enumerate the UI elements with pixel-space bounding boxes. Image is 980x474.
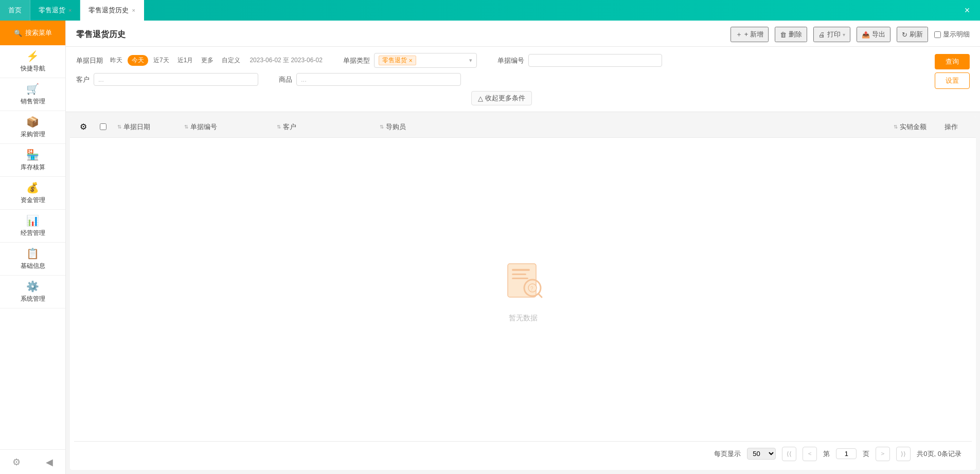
customer-input[interactable] xyxy=(94,73,258,86)
customer-label: 客户 xyxy=(76,75,90,84)
quick-nav-icon: ⚡ xyxy=(26,50,39,62)
filter-row-2: 客户 商品 xyxy=(76,73,926,86)
page-size-select[interactable]: 10 20 50 100 xyxy=(747,448,776,460)
sidebar-item-quick-nav[interactable]: ⚡ 快捷导航 xyxy=(0,45,65,78)
sidebar-item-inventory[interactable]: 🏪 库存核算 xyxy=(0,144,65,177)
th-settings-icon[interactable]: ⚙ xyxy=(74,122,93,132)
query-button[interactable]: 查询 xyxy=(935,54,970,69)
date-option-more[interactable]: 更多 xyxy=(198,55,217,66)
export-label: 导出 xyxy=(872,30,885,39)
tab-home[interactable]: 首页 xyxy=(0,0,30,21)
date-option-1month[interactable]: 近1月 xyxy=(174,55,197,66)
bill-type-tag: 零售退货 × xyxy=(379,56,416,65)
system-icon: ⚙️ xyxy=(26,280,39,293)
filter-settings-button[interactable]: 设置 xyxy=(935,72,970,89)
table-header: ⚙ ⇅ 单据日期 ⇅ 单据编号 ⇅ 客户 ⇅ 导购员 xyxy=(70,116,976,138)
th-guide-sort-icon: ⇅ xyxy=(380,124,384,130)
date-option-today[interactable]: 今天 xyxy=(128,55,148,66)
date-option-7days[interactable]: 近7天 xyxy=(150,55,172,66)
sales-icon: 🛒 xyxy=(26,83,39,95)
th-customer[interactable]: ⇅ 客户 xyxy=(273,122,376,132)
sidebar-nav: ⚡ 快捷导航 🛒 销售管理 📦 采购管理 🏪 库存核算 💰 资金管理 📊 xyxy=(0,45,65,449)
date-option-yesterday[interactable]: 昨天 xyxy=(107,55,126,66)
sidebar: 🔍 搜索菜单 ⚡ 快捷导航 🛒 销售管理 📦 采购管理 🏪 库存核算 💰 xyxy=(0,21,66,474)
filter-bill-no-item: 单据编号 xyxy=(497,54,662,67)
delete-button[interactable]: 🗑 删除 xyxy=(775,27,807,42)
bill-type-dropdown-icon: ▾ xyxy=(469,57,472,64)
th-amount[interactable]: ⇅ 实销金额 xyxy=(453,122,931,132)
next-page-button[interactable]: ＞ xyxy=(876,447,890,461)
th-guide[interactable]: ⇅ 导购员 xyxy=(376,122,453,132)
settings-gear-icon[interactable]: ⚙ xyxy=(12,457,21,468)
th-date[interactable]: ⇅ 单据日期 xyxy=(113,122,180,132)
date-option-custom[interactable]: 自定义 xyxy=(219,55,243,66)
first-page-button[interactable]: ⟨⟨ xyxy=(782,447,796,461)
sidebar-item-sales[interactable]: 🛒 销售管理 xyxy=(0,78,65,111)
sidebar-item-operation[interactable]: 📊 经营管理 xyxy=(0,210,65,243)
tab-home-label: 首页 xyxy=(8,6,22,15)
date-label: 单据日期 xyxy=(76,56,103,65)
header-actions: ＋ + 新增 🗑 删除 🖨 打印 ▾ 📤 导出 ↻ xyxy=(730,27,970,42)
th-billno-label: 单据编号 xyxy=(190,122,217,132)
sidebar-item-purchase[interactable]: 📦 采购管理 xyxy=(0,111,65,144)
sidebar-item-inventory-label: 库存核算 xyxy=(21,163,45,172)
basic-icon: 📋 xyxy=(26,247,39,260)
tab-retail-return[interactable]: 零售退货 × xyxy=(30,0,80,21)
collapse-icon[interactable]: ◀ xyxy=(46,457,53,468)
top-bar: 首页 零售退货 × 零售退货历史 × × xyxy=(0,0,980,21)
th-customer-sort-icon: ⇅ xyxy=(277,124,281,130)
bill-no-label: 单据编号 xyxy=(497,56,524,65)
th-amount-label: 实销金额 xyxy=(900,122,926,132)
bill-type-tag-close[interactable]: × xyxy=(409,57,413,64)
refresh-button[interactable]: ↻ 刷新 xyxy=(897,27,928,42)
tab-retail-return-close-icon[interactable]: × xyxy=(68,7,72,13)
date-range-display: 2023-06-02 至 2023-06-02 xyxy=(250,56,322,65)
tab-retail-return-history[interactable]: 零售退货历史 × xyxy=(80,0,144,21)
page-number-input[interactable] xyxy=(836,448,857,459)
th-billno[interactable]: ⇅ 单据编号 xyxy=(180,122,273,132)
svg-rect-2 xyxy=(512,274,526,275)
content-area: 零售退货历史 ＋ + 新增 🗑 删除 🖨 打印 ▾ 📤 导出 xyxy=(66,21,980,474)
empty-text: 暂无数据 xyxy=(509,314,538,323)
export-button[interactable]: 📤 导出 xyxy=(857,27,890,42)
expand-label: 收起更多条件 xyxy=(485,94,525,103)
prev-page-button[interactable]: ＜ xyxy=(803,447,817,461)
date-options-group: 昨天 今天 近7天 近1月 更多 自定义 xyxy=(107,55,243,66)
sidebar-item-quick-nav-label: 快捷导航 xyxy=(21,64,45,73)
svg-line-5 xyxy=(538,294,542,297)
refresh-label: 刷新 xyxy=(910,30,923,39)
show-detail-checkbox[interactable]: 显示明细 xyxy=(934,30,970,39)
delete-label: 删除 xyxy=(789,30,802,39)
expand-collapse-button[interactable]: △ 收起更多条件 xyxy=(471,91,532,105)
inventory-icon: 🏪 xyxy=(26,149,39,161)
table-area: ⚙ ⇅ 单据日期 ⇅ 单据编号 ⇅ 客户 ⇅ 导购员 xyxy=(70,116,976,470)
window-close-button[interactable]: × xyxy=(954,5,980,16)
add-button[interactable]: ＋ + 新增 xyxy=(730,27,769,42)
tab-retail-return-history-close-icon[interactable]: × xyxy=(132,7,135,13)
print-button[interactable]: 🖨 打印 ▾ xyxy=(813,27,850,42)
sidebar-item-basic[interactable]: 📋 基础信息 xyxy=(0,243,65,276)
sidebar-item-finance[interactable]: 💰 资金管理 xyxy=(0,177,65,210)
bill-type-select[interactable]: 零售退货 × ▾ xyxy=(374,53,477,68)
pagination-bar: 每页显示 10 20 50 100 ⟨⟨ ＜ 第 页 ＞ ⟩⟩ 共0页, 0条记… xyxy=(74,441,972,466)
filter-goods-item: 商品 xyxy=(279,73,461,86)
select-all-checkbox[interactable] xyxy=(100,123,106,130)
query-settings-col: 查询 设置 xyxy=(935,54,970,89)
operation-icon: 📊 xyxy=(26,214,39,227)
last-page-button[interactable]: ⟩⟩ xyxy=(896,447,911,461)
th-billno-sort-icon: ⇅ xyxy=(184,124,188,130)
sidebar-item-system[interactable]: ⚙️ 系统管理 xyxy=(0,276,65,308)
sidebar-bottom: ⚙ ◀ xyxy=(0,449,65,474)
refresh-icon: ↻ xyxy=(902,31,907,39)
total-info: 共0页, 0条记录 xyxy=(917,449,961,459)
expand-icon: △ xyxy=(478,95,483,102)
goods-input[interactable] xyxy=(296,73,461,86)
sidebar-item-sales-label: 销售管理 xyxy=(21,97,45,106)
sidebar-search-button[interactable]: 🔍 搜索菜单 xyxy=(0,21,65,45)
tab-list: 首页 零售退货 × 零售退货历史 × xyxy=(0,0,954,21)
bill-no-input[interactable] xyxy=(528,54,662,67)
show-detail-input[interactable] xyxy=(934,31,941,38)
th-date-label: 单据日期 xyxy=(123,122,150,132)
th-checkbox[interactable] xyxy=(93,123,113,130)
svg-text:?: ? xyxy=(530,286,533,291)
